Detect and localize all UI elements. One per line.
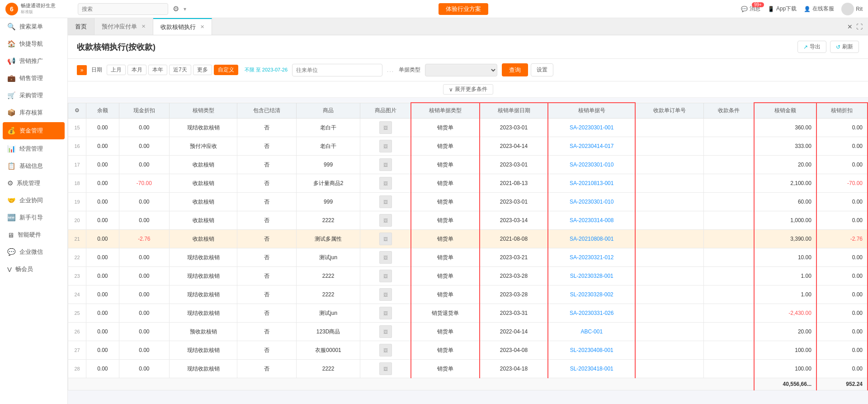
sidebar-item-sales[interactable]: 💼 销售管理 — [0, 70, 67, 87]
row-product-img[interactable]: 🖼 — [360, 267, 411, 285]
row-product-img[interactable]: 🖼 — [360, 360, 411, 378]
row-product-img[interactable]: 🖼 — [360, 193, 411, 211]
refresh-button[interactable]: ↺ 刷新 — [830, 41, 859, 53]
product-image-thumbnail[interactable]: 🖼 — [379, 158, 392, 171]
row-product-img[interactable]: 🖼 — [360, 137, 411, 156]
row-verify-doc-no[interactable]: SL-20230408-001 — [548, 341, 635, 360]
product-image-thumbnail[interactable]: 🖼 — [379, 362, 392, 375]
online-service-item[interactable]: 👤 在线客服 — [804, 5, 834, 13]
product-image-thumbnail[interactable]: 🖼 — [379, 121, 392, 134]
row-verify-doc-no[interactable]: SL-20230328-001 — [548, 267, 635, 285]
sidebar-item-vip[interactable]: V 畅会员 — [0, 261, 67, 278]
row-verify-doc-no[interactable]: SL-20230418-001 — [548, 360, 635, 378]
doc-no-link[interactable]: SA-20210813-001 — [570, 180, 613, 186]
user-item[interactable]: Rit — [841, 3, 863, 15]
tab-prepay-close[interactable]: ✕ — [142, 24, 146, 29]
doc-type-select[interactable] — [425, 64, 497, 76]
row-product-img[interactable]: 🖼 — [360, 119, 411, 137]
row-product-img[interactable]: 🖼 — [360, 211, 411, 230]
row-product-img[interactable]: 🖼 — [360, 248, 411, 267]
row-product-img[interactable]: 🖼 — [360, 230, 411, 248]
doc-no-link[interactable]: SA-20230331-026 — [570, 310, 613, 316]
doc-no-link[interactable]: SL-20230328-001 — [570, 273, 613, 279]
sidebar-item-finance[interactable]: 💰 资金管理 — [3, 122, 65, 139]
row-verify-doc-no[interactable]: SA-20230414-017 — [548, 137, 635, 156]
filter-toggle-button[interactable]: » — [77, 65, 87, 75]
doc-no-link[interactable]: SA-20230301-010 — [570, 162, 613, 168]
expand-tab-icon[interactable]: ⛶ — [856, 23, 863, 30]
product-image-thumbnail[interactable]: 🖼 — [379, 214, 392, 227]
doc-no-link[interactable]: SA-20230301-001 — [570, 124, 613, 131]
row-verify-doc-no[interactable]: SA-20230331-026 — [548, 304, 635, 323]
date-btn-this-year[interactable]: 本年 — [148, 65, 167, 75]
settings-button[interactable]: 设置 — [531, 63, 553, 76]
row-verify-doc-no[interactable]: SA-20210813-001 — [548, 174, 635, 193]
sidebar-item-quick-nav[interactable]: 🏠 快捷导航 — [0, 35, 67, 52]
product-image-thumbnail[interactable]: 🖼 — [379, 251, 392, 264]
row-product-img[interactable]: 🖼 — [360, 174, 411, 193]
doc-no-link[interactable]: SL-20230328-002 — [570, 291, 613, 298]
gear-settings-icon[interactable]: ⚙ — [75, 107, 80, 114]
product-image-thumbnail[interactable]: 🖼 — [379, 177, 392, 190]
row-product-img[interactable]: 🖼 — [360, 304, 411, 323]
product-image-thumbnail[interactable]: 🖼 — [379, 195, 392, 208]
tab-prepay[interactable]: 预付冲应付单 ✕ — [94, 18, 153, 35]
product-image-thumbnail[interactable]: 🖼 — [379, 344, 392, 356]
sidebar-item-system[interactable]: ⚙ 系统管理 — [0, 175, 67, 192]
th-gear[interactable]: ⚙ — [68, 103, 86, 119]
date-btn-last-month[interactable]: 上月 — [107, 65, 126, 75]
notifications-item[interactable]: 💬 消息 99+ — [741, 5, 760, 13]
row-product-img[interactable]: 🖼 — [360, 285, 411, 304]
sidebar-item-inventory[interactable]: 📦 库存核算 — [0, 104, 67, 121]
row-verify-doc-no[interactable]: SA-20230301-001 — [548, 119, 635, 137]
product-image-thumbnail[interactable]: 🖼 — [379, 307, 392, 319]
sidebar-item-marketing[interactable]: 📢 营销推广 — [0, 52, 67, 70]
date-btn-7days[interactable]: 近7天 — [169, 65, 191, 75]
doc-no-link[interactable]: SL-20230418-001 — [570, 366, 613, 372]
partner-input[interactable] — [292, 64, 382, 76]
date-btn-this-month[interactable]: 本月 — [127, 65, 146, 75]
sidebar-item-enterprise[interactable]: 🤝 企业协同 — [0, 192, 67, 209]
dropdown-icon[interactable]: ▾ — [184, 6, 186, 12]
expand-conditions-button[interactable]: ∨ 展开更多条件 — [443, 84, 493, 95]
doc-no-link[interactable]: SA-20230301-010 — [570, 199, 613, 205]
row-product-img[interactable]: 🖼 — [360, 156, 411, 174]
sidebar-item-search-menu[interactable]: 🔍 搜索菜单 — [0, 18, 67, 35]
export-button[interactable]: ↗ 导出 — [797, 41, 826, 53]
row-verify-doc-no[interactable]: SA-20230301-010 — [548, 193, 635, 211]
product-image-thumbnail[interactable]: 🖼 — [379, 325, 392, 338]
doc-no-link[interactable]: SL-20230408-001 — [570, 347, 613, 353]
product-image-thumbnail[interactable]: 🖼 — [379, 233, 392, 245]
sidebar-item-basic-info[interactable]: 📋 基础信息 — [0, 157, 67, 175]
row-verify-doc-no[interactable]: SA-20230301-010 — [548, 156, 635, 174]
sidebar-item-operations[interactable]: 📊 经营管理 — [0, 140, 67, 157]
sidebar-item-wechat[interactable]: 💬 企业微信 — [0, 243, 67, 261]
industry-button[interactable]: 体验行业方案 — [439, 3, 488, 15]
date-btn-more[interactable]: 更多 — [193, 65, 212, 75]
product-image-thumbnail[interactable]: 🖼 — [379, 140, 392, 152]
row-verify-doc-no[interactable]: SA-20230321-012 — [548, 248, 635, 267]
gear-icon[interactable]: ⚙ — [173, 5, 179, 13]
tab-receipt-verify[interactable]: 收款核销执行 ✕ — [153, 18, 212, 35]
table-area[interactable]: ⚙ 余额 现金折扣 核销类型 包含已结清 商品 商品图片 核销单据类型 核销单据… — [68, 98, 868, 404]
doc-no-link[interactable]: SA-20230321-012 — [570, 254, 613, 261]
sidebar-item-smart-hw[interactable]: 🖥 智能硬件 — [0, 226, 67, 243]
row-product-img[interactable]: 🖼 — [360, 341, 411, 360]
product-image-thumbnail[interactable]: 🖼 — [379, 288, 392, 301]
doc-no-link[interactable]: SA-20210808-001 — [570, 236, 613, 242]
query-button[interactable]: 查询 — [502, 63, 528, 76]
row-verify-doc-no[interactable]: SL-20230328-002 — [548, 285, 635, 304]
search-input[interactable] — [78, 3, 168, 15]
row-verify-doc-no[interactable]: ABC-001 — [548, 323, 635, 341]
doc-no-link[interactable]: SA-20230314-008 — [570, 217, 613, 223]
row-verify-doc-no[interactable]: SA-20230314-008 — [548, 211, 635, 230]
app-download-item[interactable]: 📱 App下载 — [768, 5, 797, 13]
close-tab-icon[interactable]: ✕ — [847, 23, 853, 30]
row-verify-doc-no[interactable]: SA-20210808-001 — [548, 230, 635, 248]
product-image-thumbnail[interactable]: 🖼 — [379, 270, 392, 282]
sidebar-item-guide[interactable]: 🆕 新手引导 — [0, 209, 67, 226]
tab-home[interactable]: 首页 — [68, 18, 94, 35]
sidebar-item-purchase[interactable]: 🛒 采购管理 — [0, 87, 67, 104]
doc-no-link[interactable]: SA-20230414-017 — [570, 143, 613, 149]
tab-receipt-close[interactable]: ✕ — [200, 24, 204, 30]
